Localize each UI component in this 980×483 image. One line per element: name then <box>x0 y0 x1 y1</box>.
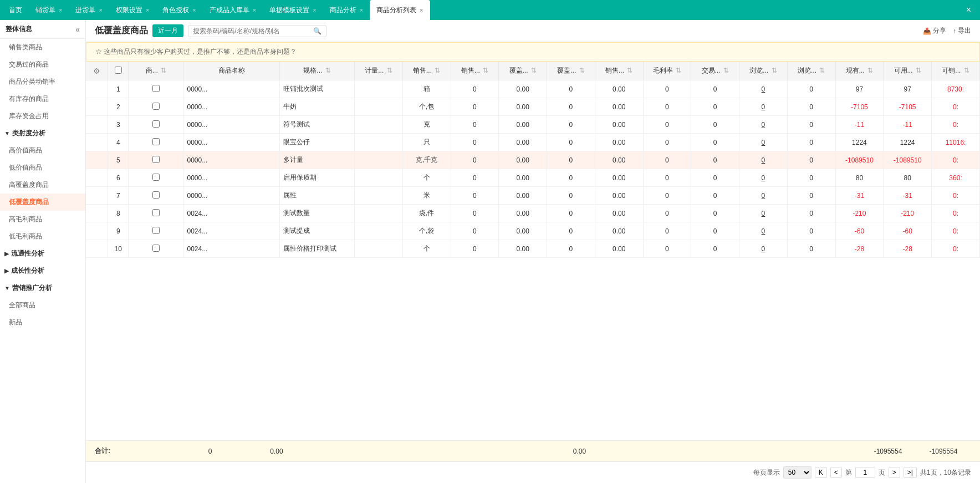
nav-permissions[interactable]: 权限设置 × <box>109 0 156 20</box>
row-s7-link-8[interactable]: 0 <box>762 227 765 235</box>
row-s7-link-1[interactable]: 0 <box>762 103 765 111</box>
row-check-4[interactable] <box>129 151 183 169</box>
row-checkbox-0[interactable] <box>152 85 160 92</box>
nav-product-analysis-close[interactable]: × <box>360 7 363 13</box>
row-s7-6[interactable]: 0 <box>739 187 788 205</box>
row-s7-link-4[interactable]: 0 <box>762 156 765 164</box>
col-coverage1-header[interactable]: 覆盖... ⇅ <box>499 62 547 80</box>
row-checkbox-4[interactable] <box>152 156 160 163</box>
time-filter-button[interactable]: 近一月 <box>152 24 183 37</box>
sidebar-group-marketing[interactable]: ▼ 营销推广分析 <box>0 279 85 297</box>
nav-product-warehouse[interactable]: 产成品入库单 × <box>203 0 263 20</box>
nav-product-analysis[interactable]: 商品分析 × <box>323 0 370 20</box>
row-s7-4[interactable]: 0 <box>739 151 788 169</box>
row-s7-0[interactable]: 0 <box>739 80 788 98</box>
row-s7-link-2[interactable]: 0 <box>762 121 765 129</box>
row-check-3[interactable] <box>129 134 183 151</box>
sidebar-collapse-btn[interactable]: « <box>75 25 80 34</box>
row-s7-link-6[interactable]: 0 <box>762 192 765 200</box>
nav-permissions-close[interactable]: × <box>146 7 149 13</box>
row-s7-link-9[interactable]: 0 <box>762 245 765 253</box>
row-s7-5[interactable]: 0 <box>739 169 788 187</box>
nav-template-settings[interactable]: 单据模板设置 × <box>263 0 323 20</box>
col-check-header[interactable] <box>108 62 129 80</box>
nav-role-auth-close[interactable]: × <box>192 7 196 13</box>
nav-template-settings-close[interactable]: × <box>313 7 316 13</box>
export-button[interactable]: ↑ 导出 <box>953 26 971 35</box>
row-s7-7[interactable]: 0 <box>739 205 788 222</box>
row-checkbox-6[interactable] <box>152 191 160 199</box>
sidebar-item-high-coverage[interactable]: 高覆盖度商品 <box>0 176 85 194</box>
select-all-checkbox[interactable] <box>115 67 122 74</box>
row-checkbox-2[interactable] <box>152 120 160 128</box>
row-checkbox-5[interactable] <box>152 174 160 181</box>
col-sales3-header[interactable]: 销售... ⇅ <box>595 62 643 80</box>
page-number-input[interactable] <box>855 467 875 478</box>
col-unit-header[interactable]: 计量... ⇅ <box>355 62 403 80</box>
row-check-6[interactable] <box>129 187 183 205</box>
col-transaction-header[interactable]: 交易... ⇅ <box>691 62 739 80</box>
row-s7-2[interactable]: 0 <box>739 116 788 134</box>
col-coverage2-header[interactable]: 覆盖... ⇅ <box>547 62 595 80</box>
sidebar-item-sales-goods[interactable]: 销售类商品 <box>0 39 85 56</box>
row-check-9[interactable] <box>129 240 183 258</box>
nav-product-analysis-list[interactable]: 商品分析列表 × <box>370 0 430 20</box>
sidebar-item-category-sales-rate[interactable]: 商品分类动销率 <box>0 73 85 90</box>
col-sales2-header[interactable]: 销售... ⇅ <box>451 62 499 80</box>
sidebar-item-low-coverage[interactable]: 低覆盖度商品 <box>0 194 85 211</box>
nav-product-warehouse-close[interactable]: × <box>253 7 256 13</box>
row-check-0[interactable] <box>129 80 183 98</box>
row-s7-link-7[interactable]: 0 <box>762 210 765 217</box>
row-check-8[interactable] <box>129 222 183 240</box>
row-s7-link-0[interactable]: 0 <box>762 85 765 93</box>
row-checkbox-7[interactable] <box>152 209 160 216</box>
row-s7-8[interactable]: 0 <box>739 222 788 240</box>
first-page-button[interactable]: K <box>815 467 827 478</box>
sidebar-item-high-margin[interactable]: 高毛利商品 <box>0 211 85 228</box>
row-check-7[interactable] <box>129 205 183 222</box>
next-page-button[interactable]: > <box>889 467 900 478</box>
row-check-1[interactable] <box>129 98 183 116</box>
nav-role-auth[interactable]: 角色授权 × <box>156 0 202 20</box>
share-button[interactable]: 📤 分享 <box>923 26 946 35</box>
nav-home[interactable]: 首页 <box>2 0 29 20</box>
nav-sales-order[interactable]: 销货单 × <box>29 0 69 20</box>
row-checkbox-8[interactable] <box>152 227 160 234</box>
sidebar-group-liquidity[interactable]: ▶ 流通性分析 <box>0 245 85 262</box>
sidebar-item-low-margin[interactable]: 低毛利商品 <box>0 228 85 245</box>
row-s7-9[interactable]: 0 <box>739 240 788 258</box>
col-settings-header[interactable]: ⚙ <box>86 62 108 80</box>
col-sales1-header[interactable]: 销售... ⇅ <box>402 62 451 80</box>
per-page-select[interactable]: 50 100 200 <box>783 466 811 479</box>
col-stock1-header[interactable]: 现有... ⇅ <box>835 62 884 80</box>
prev-page-button[interactable]: < <box>830 467 842 478</box>
col-stock2-header[interactable]: 可用... ⇅ <box>884 62 932 80</box>
sidebar-item-low-value[interactable]: 低价值商品 <box>0 159 85 176</box>
row-checkbox-3[interactable] <box>152 138 160 145</box>
sidebar-group-category-analysis[interactable]: ▼ 类射度分析 <box>0 125 85 142</box>
row-s7-link-5[interactable]: 0 <box>762 174 765 182</box>
col-spec-header[interactable]: 规格... ⇅ <box>279 62 354 80</box>
col-gross-margin-header[interactable]: 毛利率 ⇅ <box>643 62 691 80</box>
nav-product-analysis-list-close[interactable]: × <box>420 7 423 13</box>
col-browse2-header[interactable]: 浏览... ⇅ <box>787 62 835 80</box>
window-close-button[interactable]: × <box>959 5 978 15</box>
row-s7-link-3[interactable]: 0 <box>762 139 765 146</box>
sidebar-item-traded-goods[interactable]: 交易过的商品 <box>0 56 85 73</box>
nav-sales-order-close[interactable]: × <box>59 7 62 13</box>
row-checkbox-1[interactable] <box>152 103 160 110</box>
sidebar-item-in-stock-goods[interactable]: 有库存的商品 <box>0 90 85 108</box>
col-browse1-header[interactable]: 浏览... ⇅ <box>739 62 788 80</box>
last-page-button[interactable]: >| <box>904 467 917 478</box>
sidebar-item-high-value[interactable]: 高价值商品 <box>0 142 85 159</box>
col-stock3-header[interactable]: 可销... ⇅ <box>932 62 980 80</box>
sidebar-group-growth[interactable]: ▶ 成长性分析 <box>0 262 85 279</box>
row-check-5[interactable] <box>129 169 183 187</box>
sidebar-item-new-goods[interactable]: 新品 <box>0 314 85 331</box>
sidebar-item-all-goods[interactable]: 全部商品 <box>0 297 85 314</box>
row-checkbox-9[interactable] <box>152 245 160 252</box>
row-s7-1[interactable]: 0 <box>739 98 788 116</box>
nav-purchase-order[interactable]: 进货单 × <box>69 0 109 20</box>
settings-icon[interactable]: ⚙ <box>93 67 100 75</box>
data-table-wrapper[interactable]: ⚙ 商... ⇅ 商品名称 规格... <box>86 62 980 440</box>
